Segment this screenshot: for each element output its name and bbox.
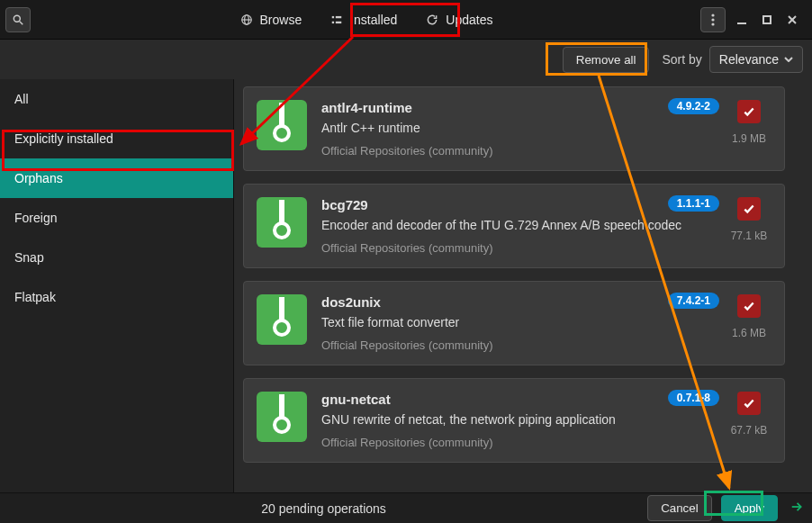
app-menu-button[interactable] (700, 7, 726, 32)
check-icon (743, 397, 755, 410)
remove-marker[interactable] (737, 100, 761, 123)
svg-rect-6 (332, 21, 334, 23)
cancel-button[interactable]: Cancel (647, 495, 712, 521)
package-side: 1.6 MB (726, 294, 771, 352)
svg-rect-7 (336, 15, 341, 17)
sidebar-item-explicit[interactable]: Explicitly installed (0, 119, 233, 158)
version-badge: 4.9.2-2 (668, 98, 719, 114)
header-tabs: Browse Installed Updates (38, 7, 695, 32)
close-icon (787, 14, 798, 25)
svg-point-11 (711, 23, 714, 25)
kebab-icon (711, 14, 715, 26)
archive-icon (268, 394, 295, 439)
package-desc: Text file format converter (321, 315, 712, 329)
svg-rect-12 (737, 23, 746, 24)
archive-icon (268, 103, 295, 148)
sidebar-item-flatpak[interactable]: Flatpak (0, 277, 233, 317)
package-source: Official Repositories (community) (321, 436, 712, 449)
package-body: gnu-netcat GNU rewrite of netcat, the ne… (321, 392, 712, 449)
remove-all-button[interactable]: Remove all (563, 47, 650, 73)
minimize-icon (736, 14, 747, 25)
sort-select-value: Relevance (719, 52, 779, 67)
package-name: gnu-netcat (321, 392, 712, 407)
svg-line-1 (20, 21, 23, 24)
package-source: Official Repositories (community) (321, 144, 712, 158)
sidebar-item-all[interactable]: All (0, 79, 233, 119)
package-name: dos2unix (321, 294, 712, 310)
package-icon (257, 197, 307, 248)
check-icon (743, 203, 755, 215)
chevron-down-icon (784, 57, 793, 62)
package-body: antlr4-runtime Antlr C++ runtime Officia… (321, 100, 712, 158)
sidebar-item-snap[interactable]: Snap (0, 238, 233, 277)
remove-marker[interactable] (737, 392, 761, 415)
sidebar-label: All (14, 92, 29, 106)
tab-browse[interactable]: Browse (228, 7, 315, 32)
svg-rect-8 (336, 21, 341, 23)
package-size: 67.7 kB (731, 424, 768, 437)
package-row[interactable]: antlr4-runtime Antlr C++ runtime Officia… (243, 86, 785, 171)
pending-operations-label: 20 pending operations (9, 501, 638, 516)
package-body: dos2unix Text file format converter Offi… (321, 294, 712, 352)
sidebar-item-foreign[interactable]: Foreign (0, 198, 233, 238)
remove-marker[interactable] (737, 197, 761, 221)
package-size: 1.6 MB (732, 327, 766, 339)
tab-updates[interactable]: Updates (413, 7, 505, 32)
globe-icon (240, 14, 253, 26)
package-icon (257, 392, 307, 442)
package-side: 67.7 kB (726, 392, 771, 449)
sidebar-item-orphans[interactable]: Orphans (0, 158, 233, 198)
sidebar: All Explicitly installed Orphans Foreign… (0, 79, 234, 492)
sort-select[interactable]: Relevance (709, 46, 803, 73)
package-icon (257, 294, 307, 345)
archive-icon (268, 297, 295, 342)
main: All Explicitly installed Orphans Foreign… (0, 79, 812, 492)
minimize-button[interactable] (733, 11, 751, 29)
remove-marker[interactable] (737, 294, 761, 318)
svg-rect-13 (763, 16, 771, 23)
package-row[interactable]: bcg729 Encoder and decoder of the ITU G.… (243, 184, 785, 268)
tab-updates-label: Updates (446, 13, 492, 27)
package-desc: GNU rewrite of netcat, the network pipin… (321, 412, 712, 427)
details-arrow-icon[interactable] (790, 500, 803, 516)
titlebar: Browse Installed Updates (0, 0, 812, 40)
package-row[interactable]: gnu-netcat GNU rewrite of netcat, the ne… (243, 378, 785, 463)
version-badge: 0.7.1-8 (668, 390, 719, 406)
package-source: Official Repositories (community) (321, 241, 712, 255)
package-desc: Antlr C++ runtime (321, 121, 712, 135)
svg-point-23 (275, 418, 289, 432)
check-icon (743, 105, 755, 118)
apply-button[interactable]: Apply (721, 495, 778, 521)
package-list[interactable]: antlr4-runtime Antlr C++ runtime Officia… (234, 79, 812, 492)
tab-installed-label: Installed (350, 13, 397, 27)
search-button[interactable] (5, 7, 31, 32)
version-badge: 7.4.2-1 (668, 293, 719, 309)
svg-rect-5 (332, 15, 334, 17)
tab-installed[interactable]: Installed (318, 7, 410, 32)
package-source: Official Repositories (community) (321, 338, 712, 352)
version-badge: 1.1.1-1 (668, 195, 719, 212)
package-row[interactable]: dos2unix Text file format converter Offi… (243, 281, 785, 365)
sidebar-label: Explicitly installed (14, 131, 113, 146)
package-body: bcg729 Encoder and decoder of the ITU G.… (321, 197, 712, 255)
sidebar-label: Snap (14, 250, 44, 265)
svg-rect-22 (279, 394, 284, 418)
toolbar: Remove all Sort by Relevance (0, 40, 812, 79)
svg-point-10 (711, 18, 714, 21)
package-side: 77.1 kB (726, 197, 771, 255)
package-name: bcg729 (321, 197, 712, 212)
svg-rect-16 (279, 103, 284, 126)
close-button[interactable] (783, 11, 801, 29)
sidebar-label: Orphans (14, 171, 63, 185)
svg-point-9 (711, 14, 714, 16)
svg-rect-20 (279, 297, 284, 320)
sidebar-label: Foreign (14, 211, 57, 225)
maximize-button[interactable] (758, 11, 776, 29)
list-icon (330, 14, 343, 26)
footer: 20 pending operations Cancel Apply (0, 492, 812, 523)
window-controls (695, 7, 807, 32)
package-size: 1.9 MB (732, 132, 766, 145)
package-name: antlr4-runtime (321, 100, 712, 115)
package-icon (257, 100, 307, 150)
package-side: 1.9 MB (726, 100, 771, 158)
